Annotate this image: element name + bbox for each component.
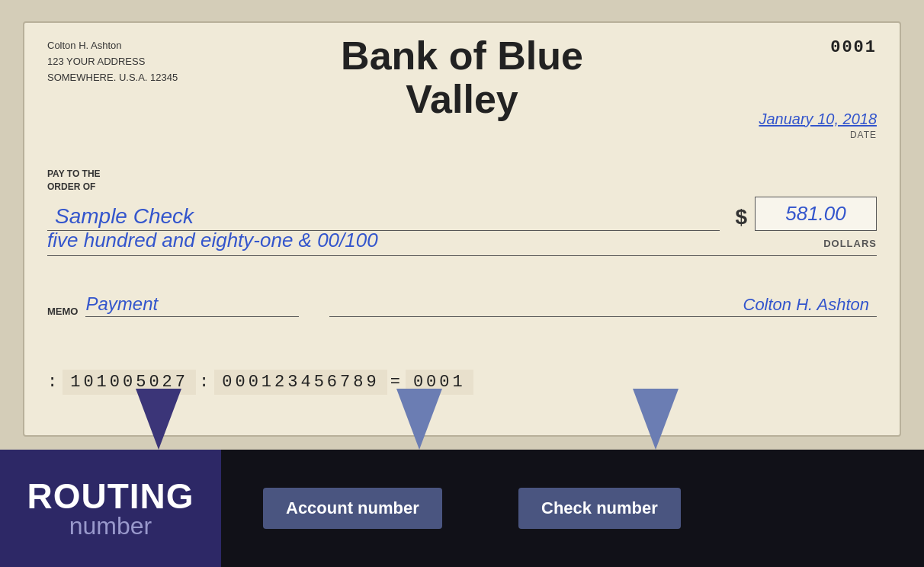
payer-address2: SOMEWHERE. U.S.A. 12345 (47, 70, 178, 86)
micr-routing-suffix: : (199, 373, 211, 392)
dollar-sign: $ (735, 205, 747, 229)
dollars-label: DOLLARS (823, 238, 877, 249)
memo-signature-section: MEMO Payment Colton H. Ashton (47, 293, 877, 317)
written-amount: five hundred and eighty-one & 00/100 (47, 229, 816, 252)
micr-account-number: 000123456789 (214, 370, 387, 395)
check: 0001 Colton H. Ashton 123 YOUR ADDRESS S… (23, 21, 901, 437)
routing-label-bottom: number (69, 514, 152, 538)
micr-check-number: 0001 (406, 370, 473, 395)
label-routing: ROUTING number (0, 450, 221, 567)
payer-address1: 123 YOUR ADDRESS (47, 54, 178, 70)
bottom-labels: ROUTING number Account number Check numb… (0, 450, 924, 567)
memo-value: Payment (85, 293, 299, 317)
micr-routing-number: 101005027 (63, 370, 196, 395)
bank-name: Bank of Blue Valley (341, 34, 583, 121)
written-amount-section: five hundred and eighty-one & 00/100 DOL… (47, 229, 877, 256)
micr-routing-prefix: : (47, 373, 59, 392)
routing-label-top: ROUTING (27, 479, 194, 514)
date-value: January 10, 2018 (759, 111, 877, 128)
micr-account-suffix: = (390, 373, 403, 392)
memo-label: MEMO (47, 306, 78, 317)
amount-box: 581.00 (755, 197, 877, 231)
pay-to-section: PAY TO THE ORDER OF Sample Check $ 581.0… (47, 168, 877, 231)
micr-line: : 101005027 : 000123456789 = 0001 (47, 370, 877, 395)
signature-value: Colton H. Ashton (743, 295, 870, 315)
signature-line: Colton H. Ashton (329, 295, 877, 317)
payee-name: Sample Check (47, 204, 720, 231)
pay-to-label: PAY TO THE ORDER OF (47, 168, 877, 194)
date-label: DATE (759, 130, 877, 140)
check-number-top: 0001 (830, 38, 877, 57)
payer-info: Colton H. Ashton 123 YOUR ADDRESS SOMEWH… (47, 38, 178, 85)
payer-name: Colton H. Ashton (47, 38, 178, 54)
label-account-number: Account number (263, 488, 442, 529)
label-check-number: Check number (518, 488, 681, 529)
pay-to-line: Sample Check $ 581.00 (47, 197, 877, 231)
date-section: January 10, 2018 DATE (759, 111, 877, 140)
